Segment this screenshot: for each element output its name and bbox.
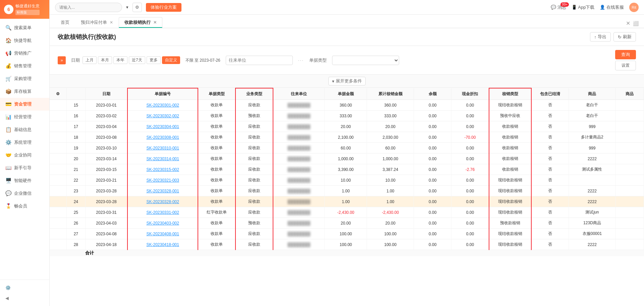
cell-ordernum[interactable]: SK-20230302-002 bbox=[127, 111, 198, 121]
sidebar-item-basic[interactable]: 📋 基础信息 bbox=[0, 123, 49, 136]
cell-settings[interactable] bbox=[50, 164, 66, 175]
sidebar-item-hardware[interactable]: 🖥️ 智能硬件 bbox=[0, 174, 49, 187]
th-discount[interactable]: 现金折扣 bbox=[451, 88, 489, 100]
sidebar-item-guide[interactable]: 📖 新手引导 bbox=[0, 162, 49, 174]
solution-button[interactable]: 体验行业方案 bbox=[146, 3, 181, 12]
sidebar-collapse[interactable]: ◀ bbox=[0, 293, 49, 303]
sidebar-item-sales[interactable]: 💰 销售管理 bbox=[0, 60, 49, 72]
last-7days-btn[interactable]: 近7天 bbox=[129, 56, 145, 64]
topbar-right: 💬 消息 99+ 📱 App下载 👤 在线客服 Rit bbox=[551, 3, 639, 12]
doc-type-select[interactable] bbox=[332, 56, 399, 65]
cell-ordernum[interactable]: SK-20230408-001 bbox=[127, 229, 198, 239]
tab-collection[interactable]: 收款核销执行 ✕ bbox=[119, 17, 162, 28]
cell-settings[interactable] bbox=[50, 111, 66, 121]
sidebar-item-business[interactable]: 📊 经营管理 bbox=[0, 111, 49, 123]
sidebar-item-purchase[interactable]: 🛒 采购管理 bbox=[0, 72, 49, 85]
th-partner[interactable]: 往来单位 bbox=[273, 88, 325, 100]
th-doctype[interactable]: 单据类型 bbox=[198, 88, 235, 100]
cell-includefinal: 否 bbox=[531, 186, 569, 196]
tab-home[interactable]: 首页 bbox=[55, 17, 75, 28]
th-includefinal[interactable]: 包含已结清 bbox=[531, 88, 569, 100]
partner-input[interactable] bbox=[226, 56, 293, 65]
cell-ordernum[interactable]: SK-20230403-002 bbox=[127, 218, 198, 229]
export-button[interactable]: ↑ 导出 bbox=[590, 32, 611, 42]
finance-icon: 💳 bbox=[5, 101, 11, 107]
sidebar-item-finance[interactable]: 💳 资金管理 bbox=[0, 98, 49, 111]
more-btn[interactable]: 更多 bbox=[147, 56, 161, 64]
th-goods[interactable]: 商品 bbox=[569, 88, 616, 100]
sidebar-item-marketing[interactable]: 📢 营销推广 bbox=[0, 47, 49, 60]
cell-settings[interactable] bbox=[50, 207, 66, 218]
search-input[interactable] bbox=[55, 3, 122, 12]
table-header: ⚙ 日期 单据编号 单据类型 业务类型 往来单位 单据金额 累计核销金额 余额 … bbox=[50, 88, 644, 100]
cell-ordernum[interactable]: SK-20230304-001 bbox=[127, 121, 198, 132]
cell-settings[interactable] bbox=[50, 196, 66, 207]
refresh-button[interactable]: ↻ 刷新 bbox=[613, 32, 636, 42]
online-service-link[interactable]: 👤 在线客服 bbox=[600, 4, 624, 10]
cell-settings[interactable] bbox=[50, 132, 66, 143]
table-row: 24 2023-03-28 SK-20230328-002 收款单 应收款 ██… bbox=[50, 196, 644, 207]
cell-settings[interactable] bbox=[50, 121, 66, 132]
cell-ordernum[interactable]: SK-20230308-001 bbox=[127, 132, 198, 143]
this-month-btn[interactable]: 本月 bbox=[98, 56, 112, 64]
prepay-tab-close[interactable]: ✕ bbox=[110, 20, 113, 25]
sidebar-item-label: 销售管理 bbox=[14, 63, 32, 69]
cell-ordernum[interactable]: SK-20230418-001 bbox=[127, 239, 198, 250]
cell-ordernum[interactable]: SK-20230328-002 bbox=[127, 196, 198, 207]
sidebar-item-member[interactable]: 🎖️ 畅会员 bbox=[0, 200, 49, 212]
custom-btn[interactable]: 自定义 bbox=[162, 56, 180, 64]
sidebar-item-shortcut[interactable]: 🏠 快捷导航 bbox=[0, 34, 49, 47]
collection-tab-close[interactable]: ✕ bbox=[153, 20, 157, 25]
cell-settings[interactable] bbox=[50, 175, 66, 186]
cell-date: 2023-03-02 bbox=[85, 111, 127, 121]
cell-ordernum[interactable]: SK-20230310-001 bbox=[127, 143, 198, 154]
th-vertype[interactable]: 核销类型 bbox=[489, 88, 531, 100]
cell-includefinal: 否 bbox=[531, 143, 569, 154]
cell-settings[interactable] bbox=[50, 218, 66, 229]
cell-settings[interactable] bbox=[50, 100, 66, 111]
message-button[interactable]: 💬 消息 99+ bbox=[551, 4, 566, 10]
cell-settings[interactable] bbox=[50, 186, 66, 196]
topbar-dropdown[interactable]: ▾ bbox=[126, 5, 128, 10]
th-ordernum[interactable]: 单据编号 bbox=[127, 88, 198, 100]
sidebar-item-corp[interactable]: 🤝 企业协同 bbox=[0, 149, 49, 162]
expand-conditions-button[interactable]: ▾ 展开更多条件 bbox=[328, 77, 366, 85]
cell-ordernum[interactable]: SK-20230328-001 bbox=[127, 186, 198, 196]
th-balance[interactable]: 余额 bbox=[414, 88, 451, 100]
sidebar-item-wechat[interactable]: 💬 企业微信 bbox=[0, 187, 49, 200]
cell-ordernum[interactable]: SK-20230331-002 bbox=[127, 207, 198, 218]
tab-prepay[interactable]: 预归冲应付单 ✕ bbox=[75, 17, 119, 28]
tab-bar: 首页 预归冲应付单 ✕ 收款核销执行 ✕ ✕ ⬜ bbox=[50, 15, 644, 28]
tab-maximize[interactable]: ⬜ bbox=[633, 21, 639, 26]
sidebar-item-search[interactable]: 🔍 搜索菜单 bbox=[0, 21, 49, 34]
th-settings[interactable]: ⚙ bbox=[50, 88, 66, 100]
cell-ordernum[interactable]: SK-20230301-002 bbox=[127, 100, 198, 111]
cell-settings[interactable] bbox=[50, 229, 66, 239]
cell-ordernum[interactable]: SK-20230314-001 bbox=[127, 154, 198, 164]
th-biztype[interactable]: 业务类型 bbox=[235, 88, 273, 100]
service-icon: 👤 bbox=[600, 5, 605, 10]
app-download-link[interactable]: 📱 App下载 bbox=[572, 4, 594, 10]
th-cumamt[interactable]: 累计核销金额 bbox=[367, 88, 414, 100]
cell-settings[interactable] bbox=[50, 154, 66, 164]
sidebar-item-inventory[interactable]: 📦 库存核算 bbox=[0, 85, 49, 98]
user-avatar[interactable]: Rit bbox=[629, 3, 639, 12]
cell-settings[interactable] bbox=[50, 143, 66, 154]
this-year-btn[interactable]: 本年 bbox=[113, 56, 127, 64]
th-date[interactable]: 日期 bbox=[85, 88, 127, 100]
th-amount[interactable]: 单据金额 bbox=[325, 88, 367, 100]
filter-setting-button[interactable]: 设置 bbox=[615, 61, 636, 70]
message-icon: 💬 bbox=[551, 5, 556, 10]
tab-close-all[interactable]: ✕ bbox=[626, 20, 630, 26]
filter-toggle-btn[interactable]: » bbox=[58, 56, 66, 64]
cell-settings[interactable] bbox=[50, 239, 66, 250]
cell-ordernum[interactable]: SK-20230321-003 bbox=[127, 175, 198, 186]
query-button[interactable]: 查询 bbox=[615, 50, 636, 59]
sidebar-settings[interactable]: ⚙️ bbox=[0, 283, 49, 293]
cell-ordernum[interactable]: SK-20230315-002 bbox=[127, 164, 198, 175]
sidebar-item-label: 库存核算 bbox=[14, 88, 32, 95]
sidebar-item-system[interactable]: ⚙️ 系统管理 bbox=[0, 136, 49, 149]
topbar-gear-btn[interactable]: ⚙ bbox=[132, 3, 142, 12]
th-goodsimg[interactable]: 商品 bbox=[615, 88, 644, 100]
last-month-btn[interactable]: 上月 bbox=[83, 56, 97, 64]
